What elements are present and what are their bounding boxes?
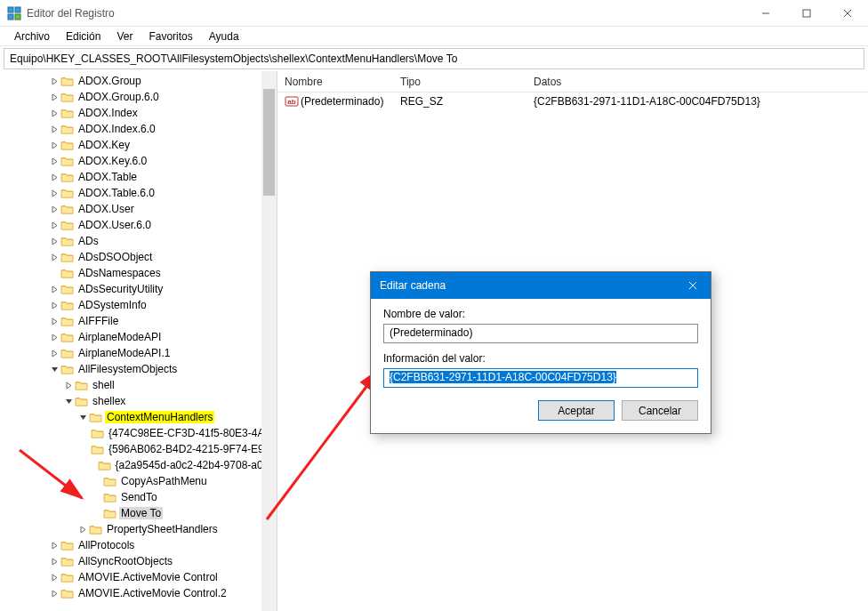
tree-item[interactable]: shellex [0,393,277,409]
tree-scrollbar[interactable] [261,71,277,611]
tree-item[interactable]: {596AB062-B4D2-4215-9F74-E910 [0,441,277,457]
tree-item[interactable]: ADOX.Index.6.0 [0,121,277,137]
tree-item[interactable]: shell [0,377,277,393]
col-header-type[interactable]: Tipo [393,76,526,88]
tree-item[interactable]: ADOX.Table.6.0 [0,185,277,201]
tree-item[interactable]: AMOVIE.ActiveMovie Control [0,569,277,585]
tree-item[interactable]: AirplaneModeAPI [0,329,277,345]
chevron-down-icon[interactable] [62,395,75,407]
tree-item[interactable]: ADs [0,233,277,249]
tree-item-label: ADOX.Index.6.0 [76,123,157,135]
dialog-titlebar[interactable]: Editar cadena [371,272,711,299]
tree-item[interactable]: AMOVIE.ActiveMovie Control.2 [0,585,277,601]
tree-item[interactable]: PropertySheetHandlers [0,521,277,537]
tree-item[interactable]: ADOX.Group [0,73,277,89]
chevron-right-icon[interactable] [48,235,60,247]
folder-icon [60,556,74,567]
folder-icon [91,444,104,455]
scrollbar-thumb[interactable] [263,89,275,196]
tree-item[interactable]: ADsSecurityUtility [0,281,277,297]
svg-rect-5 [803,10,810,17]
chevron-down-icon[interactable] [48,363,60,375]
chevron-right-icon[interactable] [48,539,60,551]
tree-item[interactable]: AllSyncRootObjects [0,553,277,569]
minimize-button[interactable] [745,0,786,27]
tree-item-label: ADOX.Key [76,139,132,151]
tree-item-label: AllProtocols [76,539,136,551]
maximize-button[interactable] [786,0,827,27]
chevron-right-icon[interactable] [48,331,60,343]
tree-item[interactable]: ADsNamespaces [0,265,277,281]
tree-item[interactable]: ADOX.Key [0,137,277,153]
cancel-button[interactable]: Cancelar [622,400,698,421]
registry-tree[interactable]: ADOX.GroupADOX.Group.6.0ADOX.IndexADOX.I… [0,71,277,603]
tree-item[interactable]: SendTo [0,489,277,505]
menu-view[interactable]: Ver [109,28,140,44]
tree-item[interactable]: ADOX.Index [0,105,277,121]
address-text: Equipo\HKEY_CLASSES_ROOT\AllFilesystemOb… [10,52,457,65]
tree-item-label: ADsDSOObject [76,251,154,263]
tree-item[interactable]: ADOX.User.6.0 [0,217,277,233]
folder-icon [98,460,111,471]
tree-item[interactable]: AIFFFile [0,313,277,329]
menu-file[interactable]: Archivo [7,28,57,44]
chevron-right-icon[interactable] [48,251,60,263]
tree-pane: ADOX.GroupADOX.Group.6.0ADOX.IndexADOX.I… [0,71,277,611]
chevron-right-icon[interactable] [48,107,60,119]
tree-item[interactable]: AllProtocols [0,537,277,553]
chevron-right-icon[interactable] [48,283,60,295]
tree-item[interactable]: ADOX.Table [0,169,277,185]
tree-item[interactable]: AllFilesystemObjects [0,361,277,377]
value-data-field[interactable]: {C2FBB631-2971-11D1-A18C-00C04FD75D13} [383,368,698,388]
chevron-right-icon[interactable] [48,555,60,567]
tree-item-label: ADOX.User.6.0 [76,219,153,231]
chevron-right-icon[interactable] [76,523,89,535]
tree-item[interactable]: CopyAsPathMenu [0,473,277,489]
chevron-right-icon[interactable] [48,91,60,103]
tree-item-label: SendTo [119,491,159,503]
chevron-right-icon[interactable] [48,219,60,231]
chevron-right-icon[interactable] [48,155,60,167]
chevron-right-icon[interactable] [48,299,60,311]
menu-favorites[interactable]: Favoritos [141,28,199,44]
close-button[interactable] [827,0,868,27]
chevron-right-icon[interactable] [48,315,60,327]
tree-item-label: ADOX.Table.6.0 [76,187,157,199]
tree-item[interactable]: {474C98EE-CF3D-41f5-80E3-4AAE [0,425,277,441]
col-header-data[interactable]: Datos [526,76,868,88]
tree-item[interactable]: AirplaneModeAPI.1 [0,345,277,361]
list-row[interactable]: ab(Predeterminado)REG_SZ{C2FBB631-2971-1… [277,92,868,110]
tree-item-label: shell [91,379,117,391]
folder-icon [60,188,74,199]
folder-icon [60,364,74,375]
ok-button[interactable]: Aceptar [538,400,615,421]
tree-item[interactable]: ADOX.Key.6.0 [0,153,277,169]
tree-item[interactable]: Move To [0,505,277,521]
chevron-right-icon[interactable] [48,123,60,135]
folder-icon [89,524,102,535]
chevron-right-icon[interactable] [48,75,60,87]
value-name-field[interactable]: (Predeterminado) [383,324,698,343]
tree-item[interactable]: ContextMenuHandlers [0,409,277,425]
tree-item[interactable]: ADSystemInfo [0,297,277,313]
chevron-right-icon[interactable] [48,571,60,583]
chevron-right-icon[interactable] [48,347,60,359]
chevron-right-icon[interactable] [48,139,60,151]
chevron-down-icon[interactable] [76,411,89,423]
chevron-right-icon[interactable] [48,171,60,183]
tree-item[interactable]: {a2a9545d-a0c2-42b4-9708-a0b2 [0,457,277,473]
chevron-right-icon[interactable] [48,187,60,199]
address-bar[interactable]: Equipo\HKEY_CLASSES_ROOT\AllFilesystemOb… [4,48,864,69]
tree-item-label: ContextMenuHandlers [105,411,214,423]
tree-item[interactable]: ADOX.User [0,201,277,217]
chevron-right-icon[interactable] [48,203,60,215]
tree-item[interactable]: ADOX.Group.6.0 [0,89,277,105]
tree-item-label: AIFFFile [76,315,120,327]
chevron-right-icon[interactable] [48,587,60,599]
tree-item[interactable]: ADsDSOObject [0,249,277,265]
chevron-right-icon[interactable] [62,379,75,391]
dialog-close-button[interactable] [675,272,711,299]
menu-edit[interactable]: Edición [59,28,108,44]
menu-help[interactable]: Ayuda [202,28,246,44]
col-header-name[interactable]: Nombre [277,76,393,88]
